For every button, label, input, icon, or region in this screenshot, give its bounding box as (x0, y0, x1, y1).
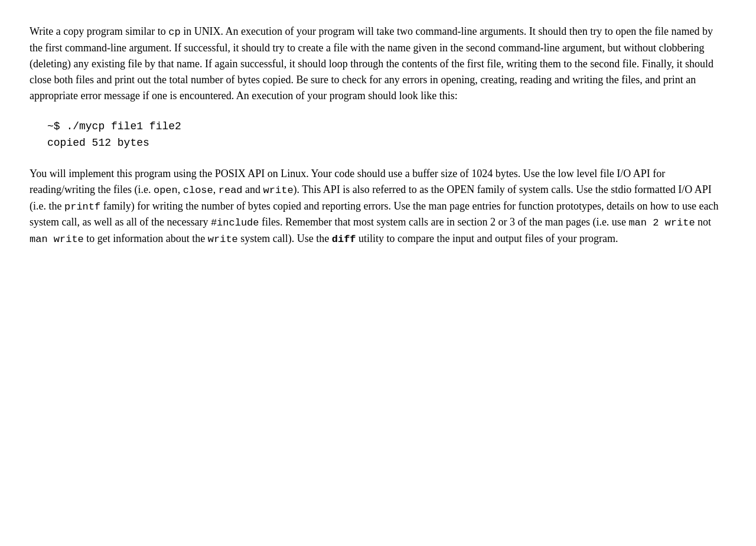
paragraph-2: You will implement this program using th… (30, 166, 726, 247)
para2-text6: system call). Use the (238, 233, 332, 244)
open-code: open (154, 185, 178, 196)
write-code1: write (263, 185, 294, 196)
close-code: close (183, 185, 213, 196)
cp-code: cp (168, 27, 180, 38)
para1-text1: Write a copy program similar to (30, 25, 168, 37)
code-line-1: ~$ ./mycp file1 file2 (47, 118, 726, 135)
include-code: #include (211, 217, 259, 228)
para2-text7: utility to compare the input and output … (356, 233, 618, 244)
para2-text4: files. Remember that most system calls a… (259, 216, 629, 228)
man2write-code: man 2 write (628, 217, 695, 228)
para2-comma2: , (213, 184, 219, 195)
diff-code: diff (332, 234, 356, 245)
manwrite-code: man write (30, 234, 84, 245)
read-code: read (219, 185, 243, 196)
printf-code: printf (64, 201, 100, 212)
write-code2: write (208, 234, 238, 245)
paragraph-1: Write a copy program similar to cp in UN… (30, 24, 726, 104)
code-line-2: copied 512 bytes (47, 135, 726, 152)
para2-and: and (243, 184, 263, 195)
para2-not: not (695, 216, 712, 228)
main-content: Write a copy program similar to cp in UN… (30, 24, 726, 247)
code-example: ~$ ./mycp file1 file2 copied 512 bytes (47, 118, 726, 152)
para2-comma1: , (178, 184, 183, 195)
para2-text5: to get information about the (84, 233, 208, 244)
